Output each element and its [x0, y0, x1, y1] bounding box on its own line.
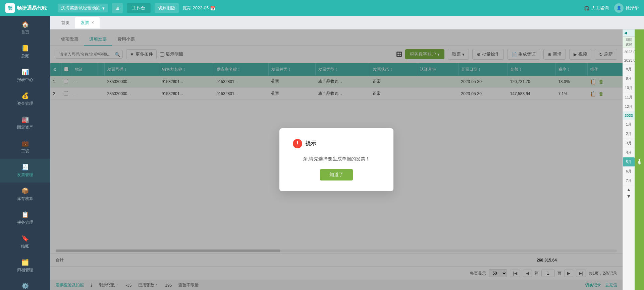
modal-header: ! 提示: [293, 139, 316, 148]
salary-icon: 💼: [21, 140, 29, 147]
modal-title: 提示: [306, 140, 316, 147]
sidebar-label-capital: 资金管理: [17, 101, 33, 106]
sidebar-label-report: 报表中心: [17, 77, 33, 83]
sidebar-item-report[interactable]: 📊 报表中心: [0, 64, 50, 87]
archive-icon: 🗂️: [21, 259, 29, 266]
tab-bar: 首页 发票 ✕: [50, 16, 644, 29]
period-item-10[interactable]: 10月: [623, 83, 635, 93]
page-content: 销项发票 进项发票 费用小票 🔍 ▼: [50, 29, 623, 290]
company-name: 沈海英测试经营劲剧: [61, 5, 100, 11]
period-up-icon[interactable]: ▲: [627, 187, 631, 192]
switch-version-button[interactable]: 切到旧版: [155, 3, 179, 13]
tab-home-label: 首页: [61, 20, 70, 26]
settlement-icon: 🔖: [21, 235, 29, 242]
warning-icon: !: [293, 139, 302, 148]
copy-icon[interactable]: ⊞: [112, 3, 123, 13]
sidebar-item-home[interactable]: 🏠 首页: [0, 16, 50, 40]
period-item-11[interactable]: 11月: [623, 93, 635, 102]
period-item-12[interactable]: 12月: [623, 102, 635, 112]
period-collapse-icon[interactable]: ◀: [624, 31, 627, 35]
sidebar-item-tax[interactable]: 📋 税务管理: [0, 206, 50, 230]
period-down-icon[interactable]: ▼: [627, 194, 631, 199]
app-logo: 畅 畅捷通易代账: [5, 3, 47, 13]
settings-icon: ⚙️: [21, 282, 29, 290]
sidebar-label-ledger: 总账: [21, 53, 29, 59]
support-label: 人工咨询: [591, 5, 609, 11]
workspace-button[interactable]: 工作台: [127, 3, 151, 13]
sidebar-item-archive[interactable]: 🗂️ 归档管理: [0, 254, 50, 278]
period-item-6[interactable]: 6月: [623, 167, 635, 176]
period-item-2023-05-1[interactable]: 2023.05: [623, 48, 635, 56]
calendar-icon[interactable]: 📅: [210, 6, 215, 11]
period-selector-label: 期间选择: [626, 38, 632, 46]
period-info: 账期 2023-05 📅: [183, 5, 215, 11]
sidebar-label-invoice: 发票管理: [17, 172, 33, 178]
capital-icon: 💰: [21, 92, 29, 99]
tab-home[interactable]: 首页: [56, 17, 75, 28]
sidebar-label-inventory: 库存核算: [17, 196, 33, 202]
sidebar-label-assets: 固定资产: [17, 125, 33, 130]
modal-body: 亲,请先选择要生成单据的发票！: [303, 155, 370, 162]
period-item-2[interactable]: 2月: [623, 129, 635, 139]
period-item-7[interactable]: 7月: [623, 176, 635, 186]
tab-invoice[interactable]: 发票 ✕: [75, 17, 100, 28]
period-item-8[interactable]: 8月: [623, 65, 635, 74]
tab-invoice-label: 发票: [80, 20, 89, 26]
period-item-4[interactable]: 4月: [623, 148, 635, 157]
period-item-2023-05-2[interactable]: 2023.05: [623, 56, 635, 65]
modal-overlay: ! 提示 亲,请先选择要生成单据的发票！ 知道了: [50, 29, 623, 290]
sidebar-item-inventory[interactable]: 📦 库存核算: [0, 183, 50, 206]
modal-box: ! 提示 亲,请先选择要生成单据的发票！ 知道了: [279, 128, 393, 191]
sidebar-label-home: 首页: [21, 29, 29, 35]
sidebar-item-settings[interactable]: ⚙️ 设置: [0, 278, 50, 290]
sidebar-item-salary[interactable]: 💼 工资: [0, 135, 50, 159]
sidebar-label-settlement: 结账: [21, 243, 29, 249]
sidebar-item-assets[interactable]: 🏭 固定资产: [0, 111, 50, 135]
sidebar-label-salary: 工资: [21, 148, 29, 154]
chevron-down-icon: ▾: [102, 6, 105, 11]
sidebar-label-archive: 归档管理: [17, 267, 33, 273]
tax-icon: 📋: [21, 211, 29, 218]
sidebar: 🏠 首页 📒 总账 📊 报表中心 💰 资金管理 🏭 固定资产 💼 工资 🧾 发票…: [0, 16, 50, 290]
sidebar-item-capital[interactable]: 💰 资金管理: [0, 87, 50, 111]
period-item-1[interactable]: 1月: [623, 120, 635, 129]
logo-icon: 畅: [5, 3, 15, 13]
fast-entry-button[interactable]: 常用▼: [635, 29, 644, 290]
support-info[interactable]: 🎧 人工咨询: [584, 5, 609, 11]
main-layout: 🏠 首页 📒 总账 📊 报表中心 💰 资金管理 🏭 固定资产 💼 工资 🧾 发票…: [0, 16, 644, 290]
inventory-icon: 📦: [21, 187, 29, 195]
top-bar: 畅 畅捷通易代账 沈海英测试经营劲剧 ▾ ⊞ 工作台 切到旧版 账期 2023-…: [0, 0, 644, 16]
sidebar-item-settlement[interactable]: 🔖 结账: [0, 230, 50, 254]
sidebar-label-tax: 税务管理: [17, 220, 33, 225]
avatar: 👤: [614, 3, 624, 13]
ledger-icon: 📒: [21, 45, 29, 52]
user-name: 徐泽华: [626, 5, 639, 11]
report-icon: 📊: [21, 68, 29, 76]
app-title: 畅捷通易代账: [17, 5, 47, 11]
invoice-icon: 🧾: [21, 163, 29, 171]
period-item-5[interactable]: 5月: [623, 157, 635, 167]
user-info[interactable]: 👤 徐泽华: [614, 3, 639, 13]
period-item-2023[interactable]: 2023: [623, 112, 635, 120]
modal-footer: 知道了: [320, 169, 353, 180]
right-panel: ◀ 期间选择 2023.05 2023.05 8月 9月 10月 11月 12月…: [623, 29, 644, 290]
sidebar-item-ledger[interactable]: 📒 总账: [0, 40, 50, 64]
period-selector: ◀ 期间选择 2023.05 2023.05 8月 9月 10月 11月 12月…: [623, 29, 635, 290]
assets-icon: 🏭: [21, 116, 29, 123]
top-bar-right: 🎧 人工咨询 👤 徐泽华: [584, 3, 639, 13]
home-icon: 🏠: [21, 21, 29, 28]
period-item-9[interactable]: 9月: [623, 74, 635, 83]
tab-close-icon[interactable]: ✕: [91, 20, 94, 25]
period-item-3[interactable]: 3月: [623, 139, 635, 148]
headset-icon: 🎧: [584, 6, 589, 11]
company-selector[interactable]: 沈海英测试经营劲剧 ▾: [58, 4, 108, 12]
confirm-button[interactable]: 知道了: [320, 169, 353, 180]
fast-entry-label: 常用▼: [637, 158, 642, 162]
sidebar-item-invoice[interactable]: 🧾 发票管理: [0, 159, 50, 183]
